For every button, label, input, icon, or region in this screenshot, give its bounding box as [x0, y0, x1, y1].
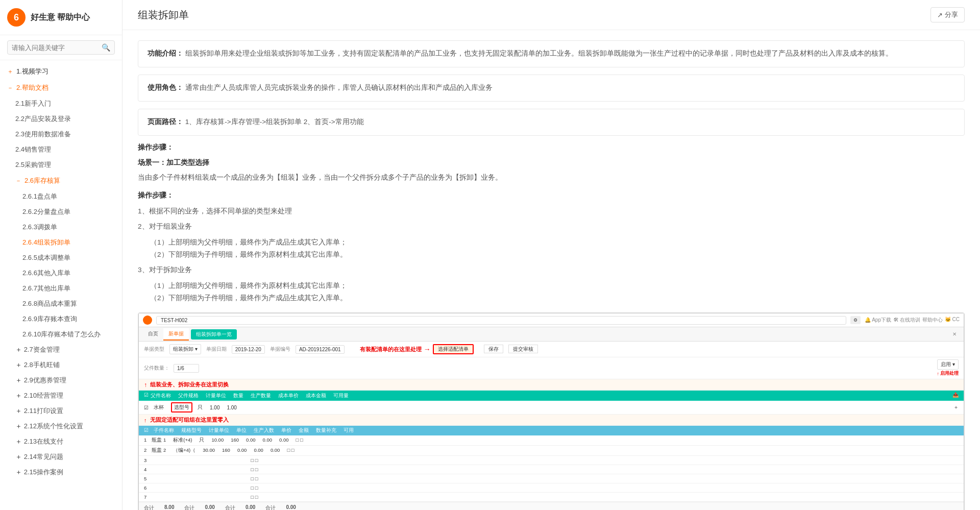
ss-qty-input[interactable]: 1/6 — [174, 364, 199, 373]
ss-header-fields: 单据类型 组装拆卸 ▾ 单据日期 2019-12-20 单据编号 AD-2019… — [139, 342, 964, 357]
ss-close-btn[interactable]: ✕ — [949, 331, 960, 337]
annotation3-label: ↑ 启用处理 — [937, 370, 959, 377]
sidebar-item-210[interactable]: ＋ 2.10经营管理 — [0, 388, 122, 403]
intro-label: 功能介绍： — [148, 50, 183, 57]
search-icon[interactable]: 🔍 — [102, 43, 110, 52]
ss-sub-row-7: 7 □ □ — [139, 493, 964, 502]
sidebar-item-261[interactable]: 2.6.1盘点单 — [0, 189, 122, 204]
role-label: 使用角色： — [148, 84, 183, 91]
ss-sub-header: 父件数量： 1/6 启用 ▾ ↑ 启用处理 — [139, 357, 964, 379]
ss-num-input[interactable]: AD-20191226-001 — [296, 345, 345, 354]
sidebar-item-264[interactable]: 2.6.4组装拆卸单 — [0, 235, 122, 250]
ss-sub-row-4: 4 □ □ — [139, 465, 964, 474]
ss-sub-row-1: 1 瓶盖 1 标准(+4) 只 10.00 160 0.00 0.00 0.00… — [139, 435, 964, 446]
sidebar-item-25[interactable]: 2.5采购管理 — [0, 157, 122, 173]
ss-save-btn[interactable]: 保存 — [484, 346, 503, 353]
step2: 2、对于组装业务 — [138, 221, 965, 233]
ss-parent-row: ☑ 水杯 选型号 只 1.00 1.00 ＋ — [139, 401, 964, 415]
sidebar-item-267[interactable]: 2.6.7其他出库单 — [0, 281, 122, 296]
ops-title: 操作步骤： — [138, 143, 965, 152]
sidebar-item-27[interactable]: ＋ 2.7资金管理 — [0, 342, 122, 357]
ss-green-btn[interactable]: 组装拆卸单一览 — [191, 329, 237, 339]
search-area: 🔍 — [0, 35, 122, 60]
sidebar-item-24[interactable]: 2.4销售管理 — [0, 142, 122, 157]
step1: 1、根据不同的业务，选择不同单据的类型来处理 — [138, 205, 965, 217]
sidebar-item-22[interactable]: 2.2产品安装及登录 — [0, 111, 122, 127]
sidebar-item-23[interactable]: 2.3使用前数据准备 — [0, 127, 122, 142]
ss-sub-row-2: 2 瓶盖 2 （编+4)（ 30.00 160 0.00 0.00 0.00 □… — [139, 446, 964, 456]
intro-block: 功能介绍： 组装拆卸单用来处理企业组装或拆卸等加工业务，支持有固定装配清单的产品… — [138, 40, 965, 67]
screenshot-container: TEST-H002 ⚙ 🔔 App下载 🛠 在线培训 帮助中心 🐱 CC — [138, 312, 965, 510]
step3-sub1: （1）上部明细为父件明细，最终作为原材料生成其它出库单； — [150, 280, 965, 292]
step3: 3、对于拆卸业务 — [138, 264, 965, 276]
minus-icon: － — [7, 84, 13, 92]
ss-addr: TEST-H002 — [156, 316, 846, 325]
role-block: 使用角色： 通常由生产人员或库管人员完成拆装业务的操作，库管人员确认原材料的出库… — [138, 75, 965, 102]
nav-list: ＋ 1.视频学习 － 2.帮助文档 2.1新手入门 2.2产品安装及登录 2.3… — [0, 60, 122, 483]
main-header: 组装拆卸单 ↗ 分享 — [122, 0, 980, 30]
ss-topbar-right: 🔔 App下载 🛠 在线培训 帮助中心 🐱 CC — [865, 317, 960, 324]
step2-sub1: （1）上部明细为父件明细，最终作为产成品生成其它入库单； — [150, 236, 965, 249]
ss-topbar: TEST-H002 ⚙ 🔔 App下载 🛠 在线培训 帮助中心 🐱 CC — [139, 313, 964, 327]
share-icon: ↗ — [937, 11, 943, 19]
ops-steps-title: 操作步骤： — [138, 191, 965, 200]
annotation2-area: ↑ 组装业务、拆卸业务在这里切换 — [139, 379, 964, 391]
sidebar-item-268[interactable]: 2.6.8商品成本重算 — [0, 296, 122, 311]
sidebar: 6 好生意 帮助中心 🔍 ＋ 1.视频学习 － 2.帮助文档 2.1新手入门 2… — [0, 0, 122, 510]
main-area: 组装拆卸单 ↗ 分享 功能介绍： 组装拆卸单用来处理企业组装或拆卸等加工业务，支… — [122, 0, 980, 510]
sidebar-item-214[interactable]: ＋ 2.14常见问题 — [0, 449, 122, 465]
ss-submit-btn[interactable]: 提交审核 — [508, 346, 538, 353]
step3-sub2: （2）下部明细为子件明细，最终作为产成品生成其它入库单。 — [150, 292, 965, 304]
sidebar-item-video[interactable]: ＋ 1.视频学习 — [0, 63, 122, 80]
ss-sub-row-6: 6 □ □ — [139, 483, 964, 493]
app-title: 好生意 帮助中心 — [31, 12, 90, 23]
ss-bottom-bar: 合计 8.00 合计 0.00 合计 0.00 合计 0.00 — [139, 502, 964, 510]
ss-btn1: ⚙ — [850, 316, 861, 324]
step2-sub2: （2）下部明细为子件明细，最终作为原材料生成其它出库单。 — [150, 249, 965, 261]
ss-confirm-btn[interactable]: 选择适配清单 — [433, 344, 474, 354]
ss-type-select[interactable]: 组装拆卸 ▾ — [169, 344, 201, 354]
sidebar-item-21[interactable]: 2.1新手入门 — [0, 96, 122, 111]
sidebar-item-28[interactable]: ＋ 2.8手机旺铺 — [0, 357, 122, 373]
ss-enable-btn[interactable]: 启用 ▾ — [937, 359, 959, 370]
sidebar-item-263[interactable]: 2.6.3调拨单 — [0, 220, 122, 235]
sidebar-item-29[interactable]: ＋ 2.9优惠券管理 — [0, 373, 122, 388]
ss-date-input[interactable]: 2019-12-20 — [232, 345, 265, 354]
scene1-title: 场景一：加工类型选择 — [138, 158, 965, 167]
ss-parent-spec-red[interactable]: 选型号 — [171, 402, 192, 412]
fake-screenshot: TEST-H002 ⚙ 🔔 App下载 🛠 在线培训 帮助中心 🐱 CC — [138, 313, 964, 510]
sidebar-item-269[interactable]: 2.6.9库存账本查询 — [0, 311, 122, 327]
share-button[interactable]: ↗ 分享 — [930, 7, 965, 22]
sidebar-item-213[interactable]: ＋ 2.13在线支付 — [0, 434, 122, 449]
search-input[interactable] — [12, 44, 102, 52]
sidebar-item-265[interactable]: 2.6.5成本调整单 — [0, 250, 122, 265]
intro-text: 组装拆卸单用来处理企业组装或拆卸等加工业务，支持有固定装配清单的产品加工业务，也… — [185, 50, 893, 57]
ss-section-parent: ☑ 父件名称 父件规格 计量单位 数量 生产数量 成本单价 成本金额 可用量 📤 — [139, 391, 964, 401]
search-box[interactable]: 🔍 — [7, 40, 115, 55]
ss-logo — [143, 315, 152, 325]
ss-tab-new[interactable]: 新单据 — [163, 328, 189, 341]
plus-icon: ＋ — [7, 67, 13, 76]
sidebar-item-215[interactable]: ＋ 2.15操作案例 — [0, 465, 122, 480]
page-title: 组装拆卸单 — [138, 8, 189, 22]
sidebar-item-2610[interactable]: 2.6.10库存账本错了怎么办 — [0, 327, 122, 342]
ss-sub-header-row: ☑ 子件名称 规格型号 计量单位 单位 生产入数 单价 金额 数量补充 可用 — [139, 426, 964, 435]
ss-sub-table: ☑ 子件名称 规格型号 计量单位 单位 生产入数 单价 金额 数量补充 可用 1 — [139, 426, 964, 502]
path-label: 页面路径： — [148, 118, 183, 126]
annotation3-area: 启用 ▾ ↑ 启用处理 — [937, 359, 959, 377]
content-area: 功能介绍： 组装拆卸单用来处理企业组装或拆卸等加工业务，支持有固定装配清单的产品… — [122, 30, 980, 510]
sidebar-item-266[interactable]: 2.6.6其他入库单 — [0, 265, 122, 281]
role-text: 通常由生产人员或库管人员完成拆装业务的操作，库管人员确认原材料的出库和产成品的入… — [185, 84, 493, 91]
sidebar-item-212[interactable]: ＋ 2.12系统个性化设置 — [0, 419, 122, 434]
annotation4-area: ↑ 无固定适配可组组在这里置零入 — [139, 415, 964, 426]
sidebar-item-docs[interactable]: － 2.帮助文档 — [0, 80, 122, 96]
sidebar-item-211[interactable]: ＋ 2.11打印设置 — [0, 403, 122, 419]
sidebar-item-26[interactable]: － 2.6库存核算 — [0, 173, 122, 189]
ss-sub-row-5: 5 □ □ — [139, 474, 964, 483]
path-block: 页面路径： 1、库存核算->库存管理->组装拆卸单 2、首页->常用功能 — [138, 109, 965, 136]
ss-sub-row-3: 3 □ □ — [139, 456, 964, 465]
minus-icon-26: － — [15, 177, 21, 185]
ss-tab-home[interactable]: 自页 — [143, 328, 163, 341]
scene1-desc: 当由多个子件材料组装成一个成品的业务为【组装】业务，当由一个父件拆分成多个子产品… — [138, 172, 965, 184]
sidebar-item-262[interactable]: 2.6.2分量盘点单 — [0, 204, 122, 220]
